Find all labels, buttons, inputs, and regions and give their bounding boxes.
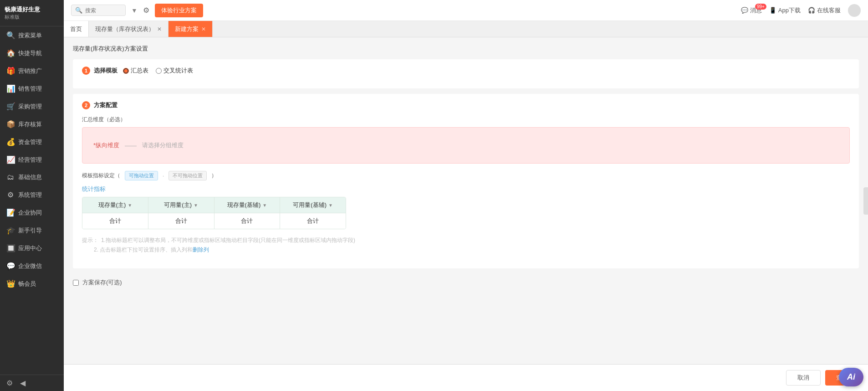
sidebar-item-system[interactable]: ⚙ 系统管理 xyxy=(0,186,64,204)
sidebar-item-label: 销售管理 xyxy=(18,85,42,93)
topbar: 🔍 ▼ ⚙ 体验行业方案 💬 消息 99+ 📱 App下载 🎧 在线客服 xyxy=(64,0,868,21)
sidebar-item-finance[interactable]: 💰 资金管理 xyxy=(0,133,64,151)
tab-inventory[interactable]: 现存量（库存状况表） ✕ xyxy=(89,21,168,37)
search-input[interactable] xyxy=(85,7,122,14)
wechat-icon: 💬 xyxy=(6,262,15,270)
sidebar-item-member[interactable]: 👑 畅会员 xyxy=(0,275,64,293)
sidebar-item-label: 新手引导 xyxy=(18,226,42,235)
indicator-separator: · xyxy=(163,173,164,179)
tab-inventory-close-icon[interactable]: ✕ xyxy=(157,26,162,32)
stats-col-label-1: 可用量(主) xyxy=(164,201,192,209)
step1-header: 1 选择模板 汇总表 交叉统计表 xyxy=(82,67,850,75)
step1-block: 1 选择模板 汇总表 交叉统计表 xyxy=(73,59,859,88)
sidebar-item-label: 企业协同 xyxy=(18,209,42,217)
radio-summary[interactable] xyxy=(123,68,129,74)
drag-badge: 可拖动位置 xyxy=(125,171,158,180)
stats-cell-0-0: 合计 xyxy=(82,213,148,229)
app-name: 畅康通好生意 xyxy=(5,5,59,14)
radio-crosstab-label[interactable]: 交叉统计表 xyxy=(156,67,193,75)
phone-icon: 📱 xyxy=(769,7,776,14)
dimension-box[interactable]: *纵向维度 —— 请选择分组维度 xyxy=(82,127,850,164)
sidebar: 畅康通好生意 标准版 🔍 搜索菜单 🏠 快捷导航 🎁 营销推广 📊 销售管理 🛒… xyxy=(0,0,64,391)
stats-col-label-3: 可用量(基辅) xyxy=(293,201,327,209)
stats-cell-0-1: 合计 xyxy=(148,213,214,229)
tab-inventory-label: 现存量（库存状况表） xyxy=(95,25,154,33)
radio-summary-text: 汇总表 xyxy=(131,67,148,75)
sidebar-item-label: 资金管理 xyxy=(18,138,42,146)
collapse-icon[interactable]: ◀ xyxy=(20,379,26,387)
tab-home[interactable]: 首页 xyxy=(64,21,89,37)
settings-icon[interactable]: ⚙ xyxy=(6,379,13,387)
sidebar-item-marketing[interactable]: 🎁 营销推广 xyxy=(0,62,64,80)
sidebar-item-label: 基础信息 xyxy=(18,173,42,181)
stats-col-1[interactable]: 可用量(主) ▼ xyxy=(148,197,214,213)
stats-col-0[interactable]: 现存量(主) ▼ xyxy=(82,197,148,213)
indicator-label: 模板指标设定（ xyxy=(82,172,120,180)
tab-new-scheme-close-icon[interactable]: ✕ xyxy=(201,26,206,32)
stats-cell-0-2: 合计 xyxy=(214,213,281,229)
tab-new-scheme[interactable]: 新建方案 ✕ xyxy=(168,21,213,37)
stats-col-3[interactable]: 可用量(基辅) ▼ xyxy=(280,197,346,213)
app-download-label: App下载 xyxy=(778,6,801,15)
topbar-left: 🔍 ▼ ⚙ 体验行业方案 xyxy=(71,4,203,17)
money-icon: 💰 xyxy=(6,138,15,146)
sidebar-item-basic[interactable]: 🗂 基础信息 xyxy=(0,169,64,186)
sidebar-item-label: 经营管理 xyxy=(18,156,42,164)
radio-crosstab[interactable] xyxy=(156,68,162,74)
gear-icon[interactable]: ⚙ xyxy=(143,6,149,15)
sidebar-item-shortcut[interactable]: 🏠 快捷导航 xyxy=(0,44,64,62)
col-arrow-1: ▼ xyxy=(194,203,198,208)
sidebar-item-sales[interactable]: 📊 销售管理 xyxy=(0,80,64,98)
sidebar-item-search[interactable]: 🔍 搜索菜单 xyxy=(0,26,64,44)
sidebar-item-contract[interactable]: 📝 企业协同 xyxy=(0,204,64,221)
grad-icon: 🎓 xyxy=(6,226,15,235)
sidebar-item-label: 库存核算 xyxy=(18,120,42,129)
stats-col-2[interactable]: 现存量(基辅) ▼ xyxy=(214,197,281,213)
ai-fab-label: Ai xyxy=(847,372,855,382)
sidebar-item-inventory[interactable]: 📦 库存核算 xyxy=(0,115,64,133)
home-icon: 🏠 xyxy=(6,49,15,57)
sidebar-item-label: 应用中心 xyxy=(18,244,42,252)
sidebar-item-apps[interactable]: 🔲 应用中心 xyxy=(0,239,64,257)
message-button[interactable]: 💬 消息 99+ xyxy=(741,6,762,15)
search-box[interactable]: 🔍 xyxy=(71,5,126,16)
right-collapse-handle[interactable] xyxy=(863,187,868,215)
stats-section-title: 统计指标 xyxy=(82,185,850,193)
template-radio-group: 汇总表 交叉统计表 xyxy=(123,67,193,75)
apps-icon: 🔲 xyxy=(6,244,15,252)
step2-header: 2 方案配置 xyxy=(82,101,850,109)
online-service-label: 在线客服 xyxy=(817,6,841,15)
trial-button[interactable]: 体验行业方案 xyxy=(155,4,203,17)
search-icon: 🔍 xyxy=(6,31,15,40)
online-service-button[interactable]: 🎧 在线客服 xyxy=(808,6,841,15)
indicator-close: ） xyxy=(211,172,217,180)
app-download-button[interactable]: 📱 App下载 xyxy=(769,6,801,15)
sidebar-item-wechat[interactable]: 💬 企业微信 xyxy=(0,257,64,275)
highlight-delete: 删除列 xyxy=(193,247,209,253)
dropdown-arrow-icon[interactable]: ▼ xyxy=(131,7,138,14)
main-area: 🔍 ▼ ⚙ 体验行业方案 💬 消息 99+ 📱 App下载 🎧 在线客服 xyxy=(64,0,868,391)
indicator-setting: 模板指标设定（ 可拖动位置 · 不可拖动位置 ） xyxy=(82,171,850,180)
sidebar-item-label: 系统管理 xyxy=(18,191,42,199)
sidebar-item-label: 快捷导航 xyxy=(18,49,42,57)
tip-line-1: 提示： 1.拖动标题栏可以调整布局，不可跨维度或指标区域拖动栏目字段(只能在同一… xyxy=(82,237,850,244)
user-avatar[interactable] xyxy=(848,4,861,17)
dimension-inner: *纵向维度 —— 请选择分组维度 xyxy=(93,141,184,149)
sidebar-item-label: 采购管理 xyxy=(18,103,42,111)
sidebar-item-purchase[interactable]: 🛒 采购管理 xyxy=(0,98,64,115)
gear-nav-icon: ⚙ xyxy=(6,190,15,199)
sidebar-item-newbie[interactable]: 🎓 新手引导 xyxy=(0,221,64,239)
radio-summary-label[interactable]: 汇总表 xyxy=(123,67,148,75)
folder-icon: 🗂 xyxy=(6,173,15,181)
topbar-right: 💬 消息 99+ 📱 App下载 🎧 在线客服 xyxy=(741,4,861,17)
sidebar-item-operation[interactable]: 📈 经营管理 xyxy=(0,151,64,169)
save-checkbox[interactable] xyxy=(73,280,79,286)
ai-fab-button[interactable]: Ai xyxy=(839,368,863,386)
save-label[interactable]: 方案保存(可选) xyxy=(82,278,122,287)
step2-title: 方案配置 xyxy=(94,101,117,109)
tab-home-label: 首页 xyxy=(70,25,82,33)
cancel-button[interactable]: 取消 xyxy=(786,370,821,386)
stats-table-row-0: 合计 合计 合计 合计 xyxy=(82,213,346,229)
content-area: 现存量(库存状况表)方案设置 1 选择模板 汇总表 交叉统计表 xyxy=(64,37,868,364)
trending-icon: 📈 xyxy=(6,155,15,164)
